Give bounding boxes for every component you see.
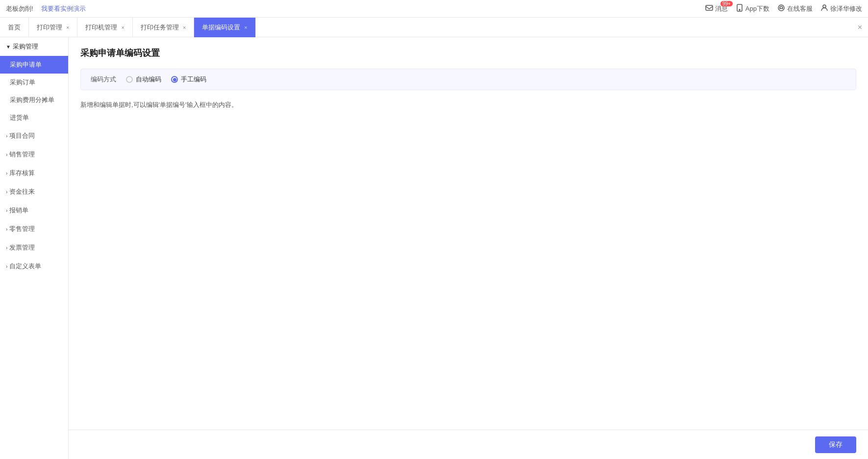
sidebar-item-purchase-expense[interactable]: 采购费用分摊单 (0, 91, 68, 109)
content-inner: 采购申请单编码设置 编码方式 自动编码 手工编码 新增和编辑单据时,可以编辑'单… (69, 37, 868, 430)
app-icon (736, 4, 744, 13)
tab-bar-close-button[interactable]: × (858, 23, 862, 32)
chevron-right-icon: › (6, 171, 7, 176)
tab-print-mgmt-close[interactable]: × (66, 25, 69, 30)
sidebar-item-purchase-request[interactable]: 采购申请单 (0, 56, 68, 74)
sidebar-item-stock-in[interactable]: 进货单 (0, 109, 68, 127)
sidebar-group-purchase-title[interactable]: ▼ 采购管理 (0, 37, 68, 56)
hint-text: 新增和编辑单据时,可以编辑'单据编号'输入框中的内容。 (80, 100, 856, 110)
svg-rect-1 (706, 5, 713, 10)
chevron-right-icon: › (6, 245, 7, 251)
content-area: 采购申请单编码设置 编码方式 自动编码 手工编码 新增和编辑单据时,可以编辑'单… (69, 37, 868, 459)
sidebar-item-project-contract[interactable]: › 项目合同 (0, 127, 68, 145)
content-footer: 保存 (69, 430, 868, 459)
main-layout: ▼ 采购管理 采购申请单 采购订单 采购费用分摊单 进货单 › 项目合同 › 销… (0, 37, 868, 459)
chevron-right-icon: › (6, 133, 7, 139)
top-bar-left: 老板勿削! 我要看实例演示 (6, 4, 86, 13)
sidebar-item-sales[interactable]: › 销售管理 (0, 145, 68, 164)
sidebar-item-returns[interactable]: › 报销单 (0, 201, 68, 220)
svg-point-4 (778, 5, 784, 11)
message-button[interactable]: 消息 99+ (705, 4, 728, 13)
radio-manual-label: 手工编码 (181, 75, 206, 84)
top-bar: 老板勿削! 我要看实例演示 消息 99+ (0, 0, 868, 18)
page-title: 采购申请单编码设置 (80, 47, 856, 59)
chevron-right-icon: › (6, 227, 7, 232)
sidebar-item-purchase-order[interactable]: 采购订单 (0, 74, 68, 91)
sidebar-item-inventory[interactable]: › 库存核算 (0, 164, 68, 182)
tab-barcode-setting-close[interactable]: × (244, 25, 247, 30)
message-badge: 99+ (720, 1, 733, 6)
svg-point-3 (739, 9, 740, 10)
sidebar-item-custom-form[interactable]: › 自定义表单 (0, 257, 68, 276)
radio-auto[interactable]: 自动编码 (126, 75, 161, 84)
user-label: 徐泽华修改 (830, 4, 862, 13)
encoding-section: 编码方式 自动编码 手工编码 (80, 69, 856, 90)
sidebar-item-invoice[interactable]: › 发票管理 (0, 238, 68, 257)
tab-print-mgmt[interactable]: 打印管理 × (29, 18, 77, 37)
tab-print-task-mgmt-label: 打印任务管理 (141, 23, 179, 32)
chevron-right-icon: › (6, 264, 7, 269)
tab-print-task-mgmt[interactable]: 打印任务管理 × (133, 18, 194, 37)
tab-printer-mgmt-label: 打印机管理 (85, 23, 117, 32)
svg-point-5 (823, 5, 826, 8)
app-download-label: App下数 (745, 4, 769, 13)
user-icon (820, 4, 828, 13)
tab-barcode-setting-label: 单据编码设置 (202, 23, 240, 32)
radio-manual-circle (171, 76, 178, 83)
tab-print-mgmt-label: 打印管理 (37, 23, 62, 32)
radio-auto-circle (126, 76, 133, 83)
sidebar-group-purchase: ▼ 采购管理 采购申请单 采购订单 采购费用分摊单 进货单 (0, 37, 68, 127)
top-bar-right: 消息 99+ App下数 在线客服 (705, 4, 862, 13)
message-icon (705, 4, 713, 13)
demo-link[interactable]: 我要看实例演示 (41, 4, 86, 13)
tab-printer-mgmt-close[interactable]: × (121, 25, 124, 30)
chevron-right-icon: › (6, 152, 7, 157)
tab-bar: 首页 打印管理 × 打印机管理 × 打印任务管理 × 单据编码设置 × × (0, 18, 868, 37)
tab-barcode-setting[interactable]: 单据编码设置 × (194, 18, 255, 37)
brand-label: 老板勿削! (6, 4, 33, 13)
tab-printer-mgmt[interactable]: 打印机管理 × (77, 18, 132, 37)
radio-manual[interactable]: 手工编码 (171, 75, 206, 84)
sidebar-item-retail[interactable]: › 零售管理 (0, 220, 68, 238)
chevron-right-icon: › (6, 189, 7, 195)
radio-auto-label: 自动编码 (136, 75, 161, 84)
app-download-button[interactable]: App下数 (736, 4, 769, 13)
encoding-label: 编码方式 (91, 75, 116, 84)
sidebar-item-funds[interactable]: › 资金往来 (0, 182, 68, 201)
sidebar-group-purchase-label: 采购管理 (13, 42, 38, 51)
online-service-label: 在线客服 (787, 4, 813, 13)
sidebar: ▼ 采购管理 采购申请单 采购订单 采购费用分摊单 进货单 › 项目合同 › 销… (0, 37, 69, 459)
radio-group: 自动编码 手工编码 (126, 75, 206, 84)
service-icon (777, 4, 785, 13)
chevron-down-icon: ▼ (6, 44, 11, 50)
user-button[interactable]: 徐泽华修改 (820, 4, 862, 13)
save-button[interactable]: 保存 (815, 436, 856, 453)
chevron-right-icon: › (6, 208, 7, 213)
tab-home-label: 首页 (8, 23, 21, 32)
online-service-button[interactable]: 在线客服 (777, 4, 813, 13)
tab-print-task-mgmt-close[interactable]: × (183, 25, 186, 30)
tab-home[interactable]: 首页 (0, 18, 29, 37)
